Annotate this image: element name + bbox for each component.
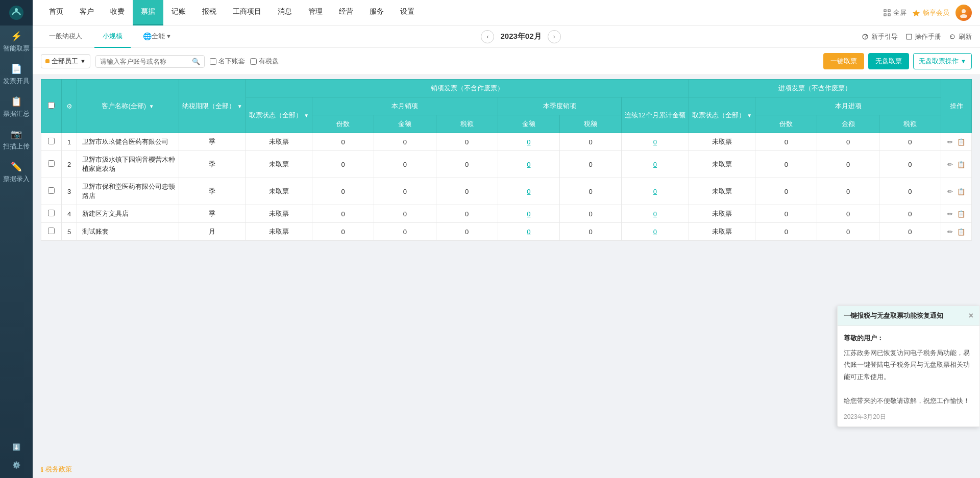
sidebar-item-data-entry[interactable]: ✏️ 票据录入 [0, 156, 33, 189]
quarterly-amount-link[interactable]: 0 [527, 188, 530, 195]
topnav-service[interactable]: 服务 [361, 0, 392, 26]
row-checkbox[interactable] [48, 228, 55, 234]
detail-icon[interactable]: 📋 [957, 228, 965, 236]
cumulative-link[interactable]: 0 [653, 138, 657, 146]
sidebar-item-smart-fetch[interactable]: ⚡ 智能取票 [0, 26, 33, 58]
row-customer-name: 测试账套 [77, 223, 179, 241]
notification-close-btn[interactable]: × [969, 311, 973, 320]
detail-icon[interactable]: 📋 [957, 161, 965, 168]
one-click-fetch-btn[interactable]: 一键取票 [823, 53, 864, 69]
detail-icon[interactable]: 📋 [957, 210, 965, 218]
row-checkbox[interactable] [48, 210, 55, 216]
sidebar-settings[interactable]: ⚙️ [0, 457, 33, 473]
topnav-admin[interactable]: 管理 [300, 0, 331, 26]
select-all-checkbox[interactable] [48, 102, 55, 109]
th-purchase-monthly-count: 份数 [755, 115, 817, 133]
notification-body: 尊敬的用户： 江苏政务网已恢复访问电子税务局功能，易代账一键登陆电子税务局与无盘… [838, 326, 979, 413]
notification-apology: 给您带来的不便敬请谅解，祝您工作愉快！ [844, 395, 973, 407]
prev-period-btn[interactable]: ‹ [481, 30, 494, 43]
th-checkbox [41, 80, 62, 133]
toolbar: 全部员工 ▼ 🔍 名下账套 有税盘 一键取票 无盘取票 无盘取票操作 ▼ [33, 48, 980, 75]
download-icon: ⬇️ [12, 443, 20, 451]
edit-icon[interactable]: ✏ [947, 138, 953, 146]
row-checkbox[interactable] [48, 187, 55, 194]
topnav-income[interactable]: 收费 [102, 0, 133, 26]
topnav-settings[interactable]: 设置 [392, 0, 423, 26]
sidebar-item-issue-invoice[interactable]: 📄 发票开具 [0, 58, 33, 91]
cumulative-link[interactable]: 0 [653, 228, 657, 236]
quarterly-amount-link[interactable]: 0 [527, 210, 530, 218]
th-sales-quarterly-amount: 金额 [498, 115, 559, 133]
manual-btn[interactable]: 操作手册 [906, 32, 942, 41]
cumulative-link[interactable]: 0 [653, 210, 657, 218]
svg-rect-2 [884, 10, 886, 12]
row-customer-name: 卫辉市汲水镇下园润音樱营木种植家庭农场 [77, 151, 179, 178]
edit-icon[interactable]: ✏ [947, 161, 953, 168]
tab-general-taxpayer[interactable]: 一般纳税人 [41, 26, 90, 48]
topnav-message[interactable]: 消息 [270, 0, 300, 26]
period-nav: ‹ 2023年02月 › [184, 30, 858, 43]
membership-btn[interactable]: 畅享会员 [913, 8, 949, 17]
topnav-business[interactable]: 工商项目 [225, 0, 270, 26]
edit-icon[interactable]: ✏ [947, 210, 953, 218]
invoice-table: ⚙ 客户名称(全部) ▼ 纳税期限（全部） ▼ 销项发票（不含作废票） 进项发票… [41, 79, 972, 241]
topnav-customer[interactable]: 客户 [71, 0, 102, 26]
topnav-invoice[interactable]: 票据 [133, 0, 163, 26]
row-sales-status: 未取票 [246, 223, 312, 241]
row-sales-status: 未取票 [246, 178, 312, 205]
new-guide-btn[interactable]: ? 新手引导 [862, 32, 898, 41]
cumulative-link[interactable]: 0 [653, 161, 657, 168]
row-tax-period: 月 [179, 223, 246, 241]
tab-small-scale[interactable]: 小规模 [94, 26, 131, 48]
employee-filter[interactable]: 全部员工 ▼ [41, 54, 90, 68]
topnav-bookkeeping[interactable]: 记账 [163, 0, 194, 26]
edit-icon[interactable]: ✏ [947, 188, 953, 195]
edit-icon[interactable]: ✏ [947, 228, 953, 236]
sidebar-item-scan-upload[interactable]: 📷 扫描上传 [0, 123, 33, 156]
search-icon[interactable]: 🔍 [192, 58, 200, 65]
detail-icon[interactable]: 📋 [957, 188, 965, 195]
topnav-operations[interactable]: 经营 [331, 0, 361, 26]
settings-icon[interactable]: ⚙ [66, 103, 72, 110]
th-monthly-purchase: 本月进项 [755, 97, 941, 115]
topnav-home[interactable]: 首页 [41, 0, 71, 26]
quarterly-amount-link[interactable]: 0 [527, 138, 530, 146]
cumulative-link[interactable]: 0 [653, 188, 657, 195]
search-input[interactable] [100, 58, 192, 65]
tax-disk-filter[interactable]: 有税盘 [250, 57, 279, 66]
sidebar-download[interactable]: ⬇️ [0, 439, 33, 455]
filter-icon[interactable]: ▼ [747, 113, 752, 118]
no-disk-ops-btn[interactable]: 无盘取票操作 ▼ [913, 53, 972, 69]
row-purchase-monthly-tax: 0 [879, 151, 941, 178]
row-purchase-monthly-count: 0 [755, 205, 817, 223]
detail-icon[interactable]: 📋 [957, 138, 965, 146]
scan-icon: 📷 [11, 129, 22, 140]
row-sales-cumulative: 0 [622, 205, 689, 223]
no-disk-fetch-btn[interactable]: 无盘取票 [868, 53, 909, 69]
tax-policy-link[interactable]: 税务政策 [45, 465, 72, 474]
quarterly-amount-link[interactable]: 0 [527, 161, 530, 168]
quarterly-amount-link[interactable]: 0 [527, 228, 530, 236]
filter-dot [45, 59, 50, 63]
row-tax-period: 季 [179, 178, 246, 205]
refresh-btn[interactable]: 刷新 [949, 32, 972, 41]
filter-icon[interactable]: ▼ [304, 113, 309, 118]
filter-icon[interactable]: ▼ [237, 104, 242, 109]
fullscreen-btn[interactable]: 全屏 [884, 8, 907, 17]
row-checkbox[interactable] [48, 160, 55, 167]
svg-marker-6 [913, 10, 920, 16]
next-period-btn[interactable]: › [548, 30, 561, 43]
topnav-items: 首页 客户 收费 票据 记账 报税 工商项目 消息 管理 经营 服务 设置 [41, 0, 884, 26]
topnav-tax[interactable]: 报税 [194, 0, 225, 26]
svg-point-1 [15, 8, 18, 11]
row-checkbox[interactable] [48, 138, 55, 144]
row-purchase-monthly-count: 0 [755, 178, 817, 205]
th-settings: ⚙ [62, 80, 77, 133]
sidebar-logo[interactable] [0, 0, 33, 26]
sidebar-item-invoice-summary[interactable]: 📋 票据汇总 [0, 91, 33, 123]
tab-all[interactable]: 🌐 全能 ▼ [135, 26, 180, 48]
user-avatar[interactable] [955, 5, 972, 21]
name-account-filter[interactable]: 名下账套 [210, 57, 245, 66]
th-monthly-sales: 本月销项 [312, 97, 498, 115]
filter-icon[interactable]: ▼ [149, 104, 154, 109]
